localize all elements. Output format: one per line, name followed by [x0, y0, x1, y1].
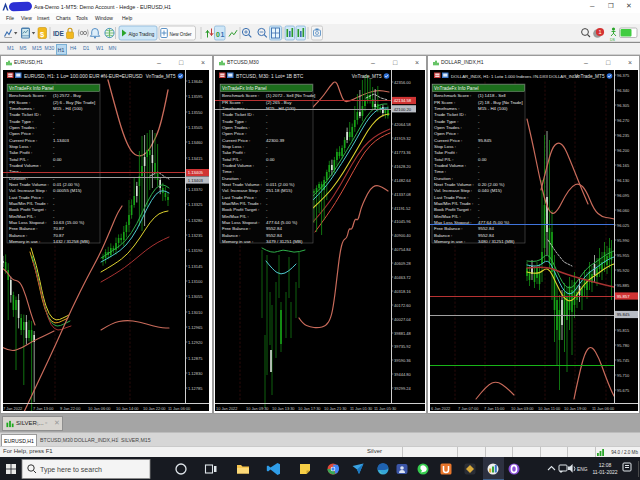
svg-text:251.18 (M15): 251.18 (M15): [266, 188, 293, 193]
svg-text:1.13415: 1.13415: [188, 156, 203, 161]
svg-text:95.745: 95.745: [617, 358, 630, 363]
svg-text:M15 - H4 (100): M15 - H4 (100): [266, 106, 296, 111]
svg-text:95.990: 95.990: [617, 238, 630, 243]
svg-text:0.00: 0.00: [266, 157, 275, 162]
svg-text:EURUSD, H1: 1 Lo= 100.000 EUR: EURUSD, H1: 1 Lo= 100.000 EUR #N-EUR=EUR…: [24, 74, 143, 79]
svg-text:Balance :: Balance :: [9, 233, 27, 238]
svg-text:10 Jan 2022: 10 Jan 2022: [216, 406, 237, 411]
svg-text:Max/Min P/L Trade :: Max/Min P/L Trade :: [434, 201, 473, 206]
svg-text:1.13325: 1.13325: [188, 202, 203, 207]
svg-text:M15 - H4 (100): M15 - H4 (100): [53, 106, 83, 111]
svg-text:(2) 6 - Buy [No Trade]: (2) 6 - Buy [No Trade]: [53, 100, 95, 105]
svg-text:M15 - H4 (100): M15 - H4 (100): [478, 106, 508, 111]
svg-text:Next Trade Volume :: Next Trade Volume :: [9, 182, 49, 187]
svg-text:Open Trades :: Open Trades :: [9, 125, 37, 130]
svg-text:1.13640: 1.13640: [188, 79, 203, 84]
svg-text:Timeframes :: Timeframes :: [9, 106, 34, 111]
svg-text:95.955: 95.955: [617, 253, 630, 258]
svg-text:10 Jan 06:00: 10 Jan 06:00: [88, 406, 111, 411]
svg-text:Total P/L :: Total P/L :: [9, 157, 28, 162]
svg-text:VnTrade_MT5: VnTrade_MT5: [146, 74, 176, 79]
svg-text:11 Jan 06:00: 11 Jan 06:00: [592, 406, 615, 411]
svg-text:Next Trade Volume :: Next Trade Volume :: [434, 182, 474, 187]
svg-text:10 Jan 03:00: 10 Jan 03:00: [511, 406, 534, 411]
svg-text:Max Loss Stopout :: Max Loss Stopout :: [9, 220, 47, 225]
svg-text:1.13460: 1.13460: [188, 140, 203, 145]
svg-text:95.710: 95.710: [617, 373, 630, 378]
svg-text:41482.64: 41482.64: [394, 178, 411, 183]
svg-text:Trade Type :: Trade Type :: [434, 119, 458, 124]
svg-text:1.12830: 1.12830: [188, 371, 203, 376]
svg-text:Stop Loss :: Stop Loss :: [222, 144, 244, 149]
svg-text:0.01 (2.00 %): 0.01 (2.00 %): [53, 182, 80, 187]
svg-text:41773.36: 41773.36: [394, 150, 411, 155]
svg-text:39735.92: 39735.92: [394, 344, 411, 349]
svg-text:Current Price :: Current Price :: [434, 138, 462, 143]
svg-text:DS: DS: [610, 38, 616, 42]
svg-text:1: 1: [221, 31, 225, 38]
svg-text:Stop Loss :: Stop Loss :: [9, 144, 31, 149]
svg-text:9552.84: 9552.84: [266, 233, 282, 238]
svg-text:Book Profit Target :: Book Profit Target :: [9, 207, 46, 212]
svg-text:9552.84: 9552.84: [478, 226, 494, 231]
svg-text:Traded Volume :: Traded Volume :: [434, 163, 466, 168]
svg-text:1.13190: 1.13190: [188, 248, 203, 253]
svg-text:96.235: 96.235: [617, 133, 630, 138]
svg-text:Free Balance :: Free Balance :: [434, 226, 463, 231]
svg-text:95.815: 95.815: [617, 328, 630, 333]
svg-text:11-01-2022: 11-01-2022: [592, 469, 617, 475]
svg-text:10 Jan 21:30: 10 Jan 21:30: [324, 406, 347, 411]
svg-text:Time :: Time :: [222, 169, 234, 174]
svg-text:40900.40: 40900.40: [394, 233, 411, 238]
svg-text:1.12785: 1.12785: [188, 386, 203, 391]
svg-text:96.130: 96.130: [617, 178, 630, 183]
svg-text:1.13370: 1.13370: [188, 187, 203, 192]
svg-text:Duration :: Duration :: [222, 176, 241, 181]
svg-text:Memory in use :: Memory in use :: [222, 239, 253, 244]
svg-text:39444.80: 39444.80: [394, 372, 411, 377]
svg-text:96.305: 96.305: [617, 103, 630, 108]
svg-text:Book Profit Target :: Book Profit Target :: [222, 207, 259, 212]
svg-text:1: 1: [598, 29, 601, 35]
svg-text:Trade Type :: Trade Type :: [222, 119, 246, 124]
svg-text:11 Jan 05:30: 11 Jan 05:30: [374, 406, 397, 411]
svg-text:0.011 (2.00 %): 0.011 (2.00 %): [266, 182, 295, 187]
svg-text:Type here to search: Type here to search: [40, 466, 102, 474]
svg-text:10 Jan 13:30: 10 Jan 13:30: [272, 406, 295, 411]
svg-text:Take Profit :: Take Profit :: [9, 150, 32, 155]
svg-text:Traded Volume :: Traded Volume :: [9, 163, 41, 168]
svg-text:96.200: 96.200: [617, 148, 630, 153]
svg-text:39881.48: 39881.48: [394, 331, 411, 336]
svg-text:96.375: 96.375: [617, 73, 630, 78]
svg-text:41191.52: 41191.52: [394, 206, 411, 211]
svg-text:96.060: 96.060: [617, 208, 630, 213]
svg-text:Last Trade Price :: Last Trade Price :: [222, 195, 256, 200]
svg-text:1.13595: 1.13595: [188, 94, 203, 99]
svg-text:Vol. Increase Step :: Vol. Increase Step :: [9, 188, 47, 193]
svg-text:Open Trades :: Open Trades :: [434, 125, 462, 130]
svg-text:42100.20: 42100.20: [394, 107, 412, 112]
svg-text:Benchmark Score :: Benchmark Score :: [222, 93, 259, 98]
svg-text:Time :: Time :: [434, 169, 446, 174]
svg-text:ENG: ENG: [577, 467, 588, 472]
svg-text:477.64 (5.00 %): 477.64 (5.00 %): [266, 220, 298, 225]
svg-text:1.13145: 1.13145: [188, 264, 203, 269]
svg-text:Next Trade Volume :: Next Trade Volume :: [222, 182, 262, 187]
svg-text:7 Jan 13:00: 7 Jan 13:00: [33, 406, 54, 411]
svg-text:1.13235: 1.13235: [188, 233, 203, 238]
svg-text:96.340: 96.340: [617, 88, 630, 93]
svg-text:10 Jan 11:00: 10 Jan 11:00: [538, 406, 561, 411]
svg-text:95.857: 95.857: [617, 294, 630, 299]
svg-text:40027.04: 40027.04: [394, 317, 411, 322]
svg-text:Traded Volume :: Traded Volume :: [222, 163, 254, 168]
svg-text:70.87: 70.87: [53, 233, 65, 238]
svg-text:1.13280: 1.13280: [188, 218, 203, 223]
svg-text:Total P/L :: Total P/L :: [434, 157, 453, 162]
svg-text:Last Trade Price :: Last Trade Price :: [9, 195, 43, 200]
svg-text:10 Jan 09:30: 10 Jan 09:30: [246, 406, 269, 411]
svg-text:96.095: 96.095: [617, 193, 630, 198]
svg-text:1.13550: 1.13550: [188, 110, 203, 115]
svg-text:Last Trade Price :: Last Trade Price :: [434, 195, 468, 200]
svg-text:Max/Min P/L Trade :: Max/Min P/L Trade :: [9, 201, 48, 206]
svg-text:Vol. Increase Step :: Vol. Increase Step :: [434, 188, 472, 193]
